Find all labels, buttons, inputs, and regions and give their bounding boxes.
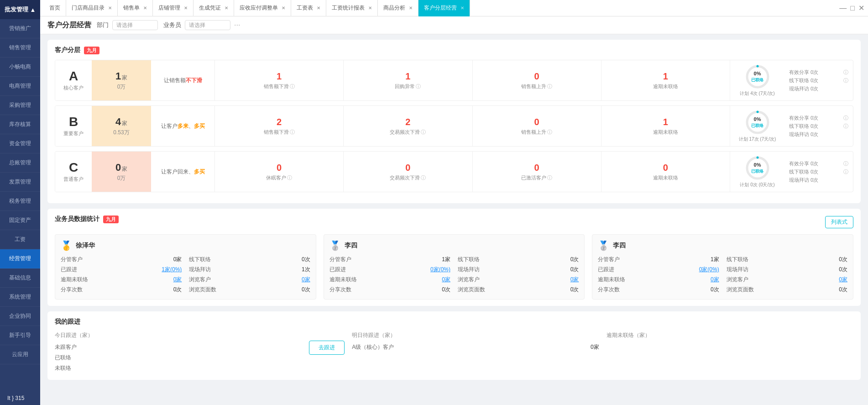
followup-today-title: 今日跟进（家） — [55, 331, 302, 339]
tier-row-b: B 重要客户 4 家 0.53万 让客户多来、多买 2 销售额下滑 ⓘ — [55, 105, 853, 147]
tab-close-customer-tier[interactable]: ✕ — [460, 5, 464, 11]
sidebar-item-inventory[interactable]: 库存核算 — [0, 115, 40, 134]
tier-a-stat-4: 1 逾期未联络 — [601, 60, 730, 100]
tab-voucher[interactable]: 生成凭证 ✕ — [193, 0, 234, 16]
followup-tomorrow-row-1: A级（核心）客户 0家 — [352, 342, 599, 352]
sidebar-item-cloud[interactable]: 云应用 — [0, 345, 40, 364]
tab-receivable[interactable]: 应收应付调整单 ✕ — [234, 0, 291, 16]
info-icon[interactable]: ⓘ — [547, 83, 552, 90]
tab-close-voucher[interactable]: ✕ — [225, 5, 228, 11]
sidebar-item-ecommerce-small[interactable]: 小畅电商 — [0, 58, 40, 77]
info-icon[interactable]: ⓘ — [843, 69, 848, 76]
info-icon[interactable]: ⓘ — [843, 123, 848, 130]
tier-c-stats: 0 休眠客户 ⓘ 0 交易频次下滑 ⓘ 0 已激活客户 ⓘ 0 逾期未联络 — [215, 152, 730, 192]
sidebar-item-marketing[interactable]: 营销推广 — [0, 19, 40, 38]
tab-close-store-mgmt[interactable]: ✕ — [184, 5, 188, 11]
sidebar-item-assets[interactable]: 固定资产 — [0, 211, 40, 230]
sidebar-item-tax[interactable]: 税务管理 — [0, 192, 40, 211]
info-icon[interactable]: ⓘ — [843, 77, 848, 84]
staff-stats-title: 业务员数据统计 九月 — [55, 215, 119, 223]
tab-store-products[interactable]: 门店商品目录 ✕ — [66, 0, 118, 16]
info-icon[interactable]: ⓘ — [287, 174, 292, 181]
tab-payroll-report[interactable]: 工资统计报表 ✕ — [326, 0, 378, 16]
staff-3-followed: 已跟进 0家(0%) — [598, 266, 719, 274]
tab-payroll[interactable]: 工资表 ✕ — [291, 0, 326, 16]
tier-b-count: 4 家 0.53万 — [92, 106, 151, 146]
info-icon[interactable]: ⓘ — [416, 83, 421, 90]
tier-b-label: B 重要客户 — [55, 106, 92, 146]
sidebar-item-invoice[interactable]: 发票管理 — [0, 173, 40, 192]
info-icon[interactable]: ⓘ — [547, 174, 552, 181]
sidebar: 批发管理 ▲ 营销推广 销售管理 小畅电商 电商管理 采购管理 库存核算 资金管… — [0, 0, 40, 405]
tab-store-mgmt[interactable]: 店铺管理 ✕ — [153, 0, 193, 16]
sidebar-item-ecommerce[interactable]: 电商管理 — [0, 77, 40, 96]
sidebar-item-purchase[interactable]: 采购管理 — [0, 96, 40, 115]
sidebar-logo[interactable]: 批发管理 ▲ — [0, 0, 40, 19]
sidebar-item-finance[interactable]: 资金管理 — [0, 134, 40, 153]
maximize-icon[interactable]: □ — [850, 4, 855, 12]
info-icon[interactable]: ⓘ — [547, 129, 552, 136]
info-icon[interactable]: ⓘ — [843, 160, 848, 167]
tier-b-suggestion: 让客户多来、多买 — [151, 106, 215, 146]
staff-2-managed: 分管客户 1家 — [329, 256, 450, 263]
go-followup-button[interactable]: 去跟进 — [309, 341, 345, 355]
sidebar-item-system[interactable]: 系统管理 — [0, 288, 40, 307]
tier-c-stat-1: 0 休眠客户 ⓘ — [215, 152, 344, 192]
staff-1-browse-customer: 浏览客户 0家 — [189, 276, 310, 284]
staff-3-share: 分享次数 0次 — [598, 286, 719, 294]
info-icon[interactable]: ⓘ — [843, 115, 848, 121]
staff-3-managed: 分管客户 1家 — [598, 256, 719, 263]
tab-close-payroll[interactable]: ✕ — [317, 5, 320, 11]
sidebar-item-ledger[interactable]: 总账管理 — [0, 153, 40, 173]
tier-a-label: A 核心客户 — [55, 60, 92, 100]
staff-2-medal: 🥈 — [329, 240, 341, 251]
customer-tier-title: 客户分层 九月 — [55, 46, 853, 54]
staff-2-share: 分享次数 0次 — [329, 286, 450, 294]
followup-overdue-col: 逾期未联络（家） — [607, 331, 853, 342]
close-window-icon[interactable]: ✕ — [858, 4, 864, 12]
tier-a-stat-3: 0 销售额上升 ⓘ — [473, 60, 601, 100]
sidebar-item-operations[interactable]: 经营管理 — [0, 249, 40, 268]
sidebar-item-guide[interactable]: 新手引导 — [0, 326, 40, 345]
staff-section-header: 业务员数据统计 九月 列表式 — [55, 215, 853, 229]
tier-a-circle: 0%已联络 计划 4次 (7天/次) — [730, 60, 784, 100]
info-icon[interactable]: ⓘ — [843, 168, 848, 175]
staff-select[interactable]: 请选择 — [185, 20, 230, 30]
tab-close-product-analysis[interactable]: ✕ — [409, 5, 413, 11]
dept-label: 部门 — [97, 21, 109, 29]
tab-close-store-products[interactable]: ✕ — [108, 5, 112, 11]
sidebar-item-collab[interactable]: 企业协同 — [0, 307, 40, 326]
tab-product-analysis[interactable]: 商品分析 ✕ — [378, 0, 418, 16]
sidebar-item-salary[interactable]: 工资 — [0, 230, 40, 249]
sidebar-item-sales[interactable]: 销售管理 — [0, 38, 40, 58]
staff-2-overdue: 逾期未联络 0家 — [329, 276, 450, 284]
info-icon[interactable]: ⓘ — [290, 129, 295, 136]
staff-1-share: 分享次数 0次 — [61, 286, 182, 294]
tier-a-right-stats: 有效分享 0次 ⓘ 线下联络 0次 ⓘ 现场拜访 0次 — [784, 60, 853, 100]
sidebar-item-basics[interactable]: 基础信息 — [0, 268, 40, 288]
info-icon[interactable]: ⓘ — [421, 129, 426, 136]
followup-tomorrow-title: 明日待跟进（家） — [352, 331, 599, 339]
tier-a-suggestion: 让销售额不下滑 — [151, 60, 215, 100]
staff-3-name: 李四 — [613, 242, 626, 250]
dept-select[interactable]: 请选择 — [112, 20, 158, 30]
tab-home[interactable]: 首页 — [44, 0, 66, 16]
tier-row-c: C 普通客户 0 家 0万 让客户回来、多买 0 休眠客户 ⓘ — [55, 151, 853, 192]
tier-b-stat-2: 2 交易频次下滑 ⓘ — [344, 106, 472, 146]
tab-customer-tier[interactable]: 客户分层经营 ✕ — [418, 0, 470, 16]
page-header: 客户分层经营 部门 请选择 业务员 请选择 ··· — [40, 16, 868, 34]
tier-a-stats: 1 销售额下滑 ⓘ 1 回购异常 ⓘ 0 销售额上升 ⓘ 1 逾期未联络 — [215, 60, 730, 100]
tab-close-payroll-report[interactable]: ✕ — [368, 5, 372, 11]
more-options-icon[interactable]: ··· — [234, 21, 240, 29]
staff-2-browse-page: 浏览页面数 0次 — [458, 286, 579, 294]
info-icon[interactable]: ⓘ — [290, 83, 295, 90]
staff-2-offline: 线下联络 0次 — [458, 256, 579, 263]
tab-close-receivable[interactable]: ✕ — [282, 5, 285, 11]
tab-sales-order[interactable]: 销售单 ✕ — [118, 0, 153, 16]
info-icon[interactable]: ⓘ — [421, 174, 426, 181]
minimize-icon[interactable]: — — [839, 4, 847, 12]
followup-section: 我的跟进 今日跟进（家） 未跟客户 已联络 未联络 — [47, 311, 861, 380]
list-view-button[interactable]: 列表式 — [825, 216, 853, 228]
tab-close-sales-order[interactable]: ✕ — [143, 5, 147, 11]
tier-c-circle: 0%已联络 计划 0次 (0天/次) — [730, 152, 784, 192]
